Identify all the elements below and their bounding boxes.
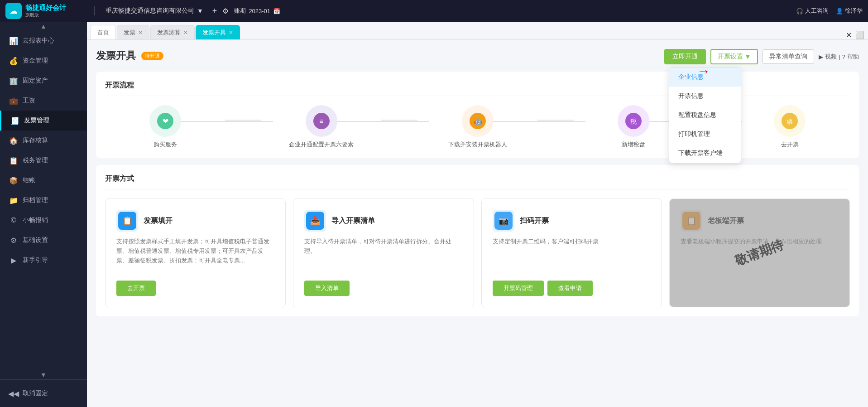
top-actions: 🎧 人工咨询 👤 徐泽华 xyxy=(796,7,863,15)
step-connector-2 xyxy=(381,120,417,121)
method-header-fill: 📋 发票填开 xyxy=(116,210,274,232)
tab-invoice-open-close[interactable]: ✕ xyxy=(229,29,233,36)
tab-invoice-open[interactable]: 发票开具 ✕ xyxy=(196,25,240,39)
fill-invoice-button[interactable]: 去开票 xyxy=(116,281,156,296)
sidebar-item-label: 资金管理 xyxy=(23,57,48,65)
scroll-up-arrow[interactable]: ▲ xyxy=(0,22,87,31)
chevron-down-icon: ▼ xyxy=(197,7,203,15)
svg-text:📋: 📋 xyxy=(122,216,133,226)
import-invoice-title: 导入开票清单 xyxy=(331,216,375,226)
sidebar-item-cloud-report[interactable]: 📊 云报表中心 xyxy=(0,31,87,51)
user-menu[interactable]: 👤 徐泽华 xyxy=(836,7,863,15)
activate-button[interactable]: 立即开通 xyxy=(664,49,706,64)
page-content: 发票开具 待开通 立即开通 开票设置 ▼ 异常清单查询 ▶ 视频 | ? xyxy=(87,40,868,407)
method-header-import: 📥 导入开票清单 xyxy=(304,210,462,232)
status-badge: 待开通 xyxy=(141,52,163,60)
settings-icon[interactable]: ⚙ xyxy=(222,7,229,15)
archive-icon: 📁 xyxy=(9,196,18,205)
sidebar-item-cancel-fixed[interactable]: ◀◀ 取消固定 xyxy=(0,383,87,403)
svg-text:📥: 📥 xyxy=(310,216,321,226)
sidebar-item-label: 小畅报销 xyxy=(23,216,48,224)
dropdown-item-invoice-info[interactable]: 开票信息 xyxy=(669,87,741,106)
dropdown-item-tax-disk-config[interactable]: 配置税盘信息 xyxy=(669,106,741,125)
sidebar-item-label: 发票管理 xyxy=(24,116,49,125)
method-card-import-invoice: 📥 导入开票清单 支持导入待开票清单，可对待开票清单进行拆分、合并处理。 导入清… xyxy=(293,199,474,307)
exception-list-button[interactable]: 异常清单查询 xyxy=(762,49,814,64)
settings-sidebar-icon: ⚙ xyxy=(9,236,18,245)
sidebar-item-xiaochang[interactable]: © 小畅报销 xyxy=(0,210,87,230)
dropdown-item-download-client[interactable]: 下载开票客户端 xyxy=(669,144,741,163)
sidebar-item-tax-mgmt[interactable]: 📋 税务管理 xyxy=(0,150,87,170)
scan-invoice-icon: 📷 xyxy=(493,210,514,232)
salary-icon: 💼 xyxy=(9,96,18,105)
logo-text: 畅捷通好会计 xyxy=(25,4,66,12)
maximize-window-button[interactable]: ⬜ xyxy=(855,31,864,39)
period-info: 账期 2023-01 📅 xyxy=(234,7,280,15)
tab-invoice-close[interactable]: ✕ xyxy=(138,29,143,36)
action-bar: 立即开通 开票设置 ▼ 异常清单查询 ▶ 视频 | ? 帮助 xyxy=(664,49,859,64)
sidebar-item-label: 新手引导 xyxy=(23,256,48,264)
sidebar-item-salary[interactable]: 💼 工资 xyxy=(0,91,87,111)
sidebar-item-invoice-mgmt[interactable]: 🧾 发票管理 xyxy=(0,111,87,131)
import-list-button[interactable]: 导入清单 xyxy=(304,281,350,296)
support-button[interactable]: 🎧 人工咨询 xyxy=(796,7,829,15)
step-icon-download: 🤖 xyxy=(462,105,494,137)
dropdown-item-printer-mgmt[interactable]: 打印机管理 xyxy=(669,125,741,144)
sidebar-item-label: 库存核算 xyxy=(23,136,48,145)
sidebar-item-settings[interactable]: ⚙ 基础设置 xyxy=(0,230,87,250)
methods-title: 开票方式 xyxy=(105,174,850,189)
step-connector-1 xyxy=(225,120,261,121)
tax-icon: 📋 xyxy=(9,156,18,165)
sidebar-item-accounting[interactable]: 📦 结账 xyxy=(0,170,87,190)
step-label-buy: 购买服务 xyxy=(153,141,177,149)
sidebar-item-new-guide[interactable]: ▶ 新手引导 xyxy=(0,250,87,270)
method-header-scan: 📷 扫码开票 xyxy=(493,210,651,232)
svg-text:≡: ≡ xyxy=(319,117,323,125)
step-label-config: 企业开通配置开票六要素 xyxy=(289,141,354,149)
svg-text:❤: ❤ xyxy=(162,117,168,125)
tab-invoice-calc-close[interactable]: ✕ xyxy=(183,29,188,36)
close-window-button[interactable]: ✕ xyxy=(846,31,852,39)
tab-invoice-open-label: 发票开具 xyxy=(202,29,226,37)
logo-area: ☁ 畅捷通好会计 旗舰版 xyxy=(5,3,87,19)
tab-invoice-calc-label: 发票测算 xyxy=(157,29,181,37)
tab-bar: 首页 发票 ✕ 发票测算 ✕ 发票开具 ✕ ✕ ⬜ xyxy=(87,22,868,40)
invoice-icon: 🧾 xyxy=(10,116,19,125)
step-icon-config: ≡ xyxy=(306,105,337,137)
svg-text:🤖: 🤖 xyxy=(474,118,482,126)
invoice-code-mgmt-button[interactable]: 开票码管理 xyxy=(493,281,544,296)
sidebar-item-archive[interactable]: 📁 归档管理 xyxy=(0,190,87,210)
company-selector[interactable]: 重庆畅捷交通信息咨询有限公司 ▼ xyxy=(102,5,207,17)
tab-invoice[interactable]: 发票 ✕ xyxy=(117,25,149,39)
divider-1 xyxy=(94,6,95,15)
page-title: 发票开具 xyxy=(96,49,136,63)
add-company-button[interactable]: + xyxy=(212,6,217,16)
sidebar-item-fund-mgmt[interactable]: 💰 资金管理 xyxy=(0,51,87,71)
fund-icon: 💰 xyxy=(9,56,18,65)
tab-invoice-calc[interactable]: 发票测算 ✕ xyxy=(150,25,195,39)
flow-step-download-robot: 🤖 下载并安装开票机器人 xyxy=(417,105,537,149)
sidebar-item-label: 税务管理 xyxy=(23,156,48,165)
flow-step-buy-service: ❤ 购买服务 xyxy=(105,105,225,149)
flow-step-config-enterprise: ≡ 企业开通配置开票六要素 xyxy=(261,105,381,149)
sidebar-item-inventory[interactable]: 🏠 库存核算 xyxy=(0,131,87,150)
calendar-icon[interactable]: 📅 xyxy=(273,8,280,15)
cancel-fixed-icon: ◀◀ xyxy=(9,389,18,398)
scroll-down-arrow[interactable]: ▼ xyxy=(0,370,87,379)
sidebar-item-fixed-assets[interactable]: 🏢 固定资产 xyxy=(0,71,87,91)
coming-soon-text: 敬请期待 xyxy=(733,236,786,270)
user-icon: 👤 xyxy=(836,8,843,15)
invoice-settings-button[interactable]: 开票设置 ▼ xyxy=(710,49,758,64)
fill-invoice-desc: 支持按照发票样式手工填开发票；可开具增值税电子普通发票、增值税普通发票、增值税专… xyxy=(116,237,274,273)
step-label-download: 下载并安装开票机器人 xyxy=(448,141,507,149)
tab-home[interactable]: 首页 xyxy=(91,25,116,39)
sidebar-item-label: 归档管理 xyxy=(23,196,48,204)
method-card-fill-invoice: 📋 发票填开 支持按照发票样式手工填开发票；可开具增值税电子普通发票、增值税普通… xyxy=(105,199,286,307)
step-icon-buy: ❤ xyxy=(149,105,181,137)
disabled-overlay: 敬请期待 xyxy=(670,199,849,307)
flow-step-go-invoice: 票 去开票 xyxy=(730,105,850,149)
cloud-report-icon: 📊 xyxy=(9,36,18,45)
red-arrow-indicator: → xyxy=(697,63,710,79)
view-application-button[interactable]: 查看申请 xyxy=(547,281,593,296)
window-controls: ✕ ⬜ xyxy=(846,31,868,39)
